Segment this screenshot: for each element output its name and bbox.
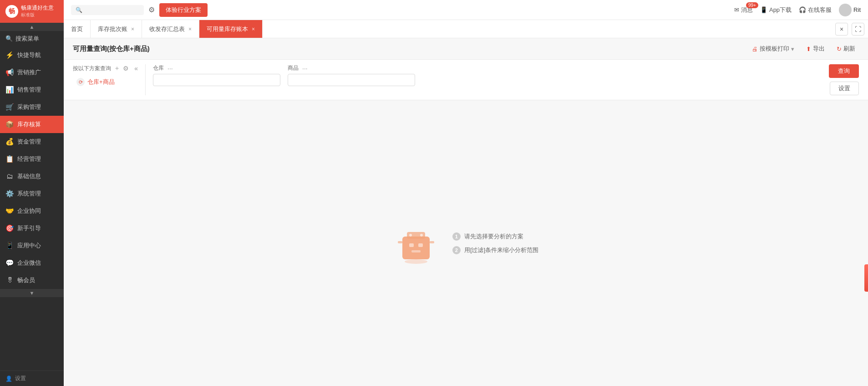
filter-fields: 仓库 ··· 商品 ··· [153, 64, 822, 95]
filter-area: 按以下方案查询 ＋ ⚙ « ⟳ 仓库+商品 仓库 ··· [64, 60, 868, 100]
message-badge: 99+ [746, 2, 758, 8]
topbar: 🔍 ⚙ 体验行业方案 ✉ 消息 99+ 📱 App下载 🎧 在线客服 Rit [64, 0, 868, 20]
scheme-item-warehouse-product[interactable]: ⟳ 仓库+商品 [73, 76, 138, 88]
sidebar-item-wechat[interactable]: 💬 企业微信 [0, 254, 64, 272]
sidebar-item-label: 经营管理 [17, 155, 41, 163]
right-scroll-indicator [864, 264, 868, 292]
sidebar-item-label: 营销推广 [17, 68, 41, 77]
tab-available-stock-close[interactable]: × [252, 26, 255, 32]
settings-btn[interactable]: 设置 [830, 82, 859, 95]
app-download-btn[interactable]: 📱 App下载 [760, 6, 792, 14]
print-btn[interactable]: 🖨 按模板打印 ▾ [748, 43, 798, 55]
export-label: 导出 [813, 45, 825, 53]
user-avatar[interactable]: Rit [839, 4, 861, 16]
settings-icon: 👤 [5, 376, 12, 382]
filter-action-buttons: 查询 设置 [822, 64, 859, 95]
print-icon: 🖨 [752, 46, 758, 52]
inventory-icon: 📦 [5, 120, 14, 129]
refresh-btn[interactable]: ↻ 刷新 [833, 43, 859, 55]
sidebar-item-basic[interactable]: 🗂 基础信息 [0, 168, 64, 185]
tip-num-1: 1 [452, 232, 461, 241]
export-btn[interactable]: ⬆ 导出 [802, 43, 828, 55]
topbar-gear-btn[interactable]: ⚙ [148, 5, 155, 14]
sidebar-item-system[interactable]: ⚙️ 系统管理 [0, 185, 64, 202]
product-input[interactable] [288, 74, 415, 86]
filter-scheme-label: 按以下方案查询 [73, 65, 111, 72]
message-btn[interactable]: ✉ 消息 99+ [734, 6, 753, 14]
topbar-search[interactable]: 🔍 [71, 5, 144, 15]
page-header: 可用量查询(按仓库+商品) 🖨 按模板打印 ▾ ⬆ 导出 ↻ 刷新 [64, 38, 868, 60]
app-download-label: App下载 [769, 6, 792, 14]
print-dropdown-icon[interactable]: ▾ [791, 46, 794, 52]
industry-solution-btn[interactable]: 体验行业方案 [159, 3, 208, 17]
topbar-right: ✉ 消息 99+ 📱 App下载 🎧 在线客服 Rit [734, 4, 861, 16]
page-title: 可用量查询(按仓库+商品) [73, 45, 150, 53]
warehouse-input[interactable] [153, 74, 280, 86]
refresh-icon: ↻ [837, 46, 842, 52]
svg-rect-7 [398, 241, 402, 243]
svg-rect-0 [402, 237, 430, 259]
tab-recv-summary-close[interactable]: × [188, 26, 192, 32]
basic-icon: 🗂 [5, 172, 14, 180]
tip-text-1: 请先选择要分析的方案 [464, 232, 523, 241]
collapse-scheme-btn[interactable]: « [134, 65, 138, 72]
sidebar: 畅 畅康通好生意 标准版 ▲ 🔍 搜索菜单 ⚡ 快捷导航 📢 营销推广 📊 销售… [0, 0, 64, 386]
product-more-btn[interactable]: ··· [302, 65, 308, 72]
search-icon: 🔍 [5, 35, 13, 42]
sidebar-item-label: 快捷导航 [17, 51, 41, 59]
sidebar-item-quick-nav[interactable]: ⚡ 快捷导航 [0, 46, 64, 64]
sidebar-item-finance[interactable]: 💰 资金管理 [0, 133, 64, 150]
tab-close-all-btn[interactable]: × [835, 23, 848, 36]
sidebar-item-newbie[interactable]: 🎯 新手引导 [0, 220, 64, 237]
tab-home[interactable]: 首页 [64, 20, 91, 38]
svg-rect-5 [418, 243, 423, 247]
tab-recv-summary[interactable]: 收发存汇总表 × [142, 20, 199, 38]
sidebar-item-marketing[interactable]: 📢 营销推广 [0, 64, 64, 81]
query-btn[interactable]: 查询 [829, 64, 859, 78]
sidebar-item-label: 新手引导 [17, 224, 41, 232]
operation-icon: 📋 [5, 155, 14, 163]
purchase-icon: 🛒 [5, 103, 14, 111]
tab-batch-account-close[interactable]: × [131, 26, 134, 32]
sidebar-item-member[interactable]: 🎖 畅会员 [0, 272, 64, 289]
sidebar-item-enterprise[interactable]: 🤝 企业协同 [0, 202, 64, 220]
scroll-down-btn[interactable]: ▼ [0, 289, 64, 297]
sidebar-item-label: 采购管理 [17, 103, 41, 111]
tab-available-stock-label: 可用量库存账本 [207, 25, 248, 33]
online-service-label: 在线客服 [808, 6, 832, 14]
warehouse-more-btn[interactable]: ··· [168, 65, 173, 72]
manage-scheme-btn[interactable]: ⚙ [123, 65, 129, 72]
svg-rect-8 [430, 241, 434, 243]
sidebar-item-operation[interactable]: 📋 经营管理 [0, 150, 64, 168]
sidebar-item-sales[interactable]: 📊 销售管理 [0, 81, 64, 98]
product-label: 商品 [288, 64, 299, 72]
empty-tip-2: 2 用[过滤]条件来缩小分析范围 [452, 246, 538, 254]
add-scheme-btn[interactable]: ＋ [114, 64, 120, 72]
sidebar-item-label: 企业协同 [17, 207, 41, 215]
sidebar-item-inventory[interactable]: 📦 库存核算 [0, 116, 64, 133]
tabbar: 首页 库存批次账 × 收发存汇总表 × 可用量库存账本 × × ⛶ [64, 20, 868, 38]
member-icon: 🎖 [5, 276, 14, 284]
sidebar-item-label: 库存核算 [17, 120, 41, 129]
tab-expand-btn[interactable]: ⛶ [852, 23, 864, 36]
export-icon: ⬆ [806, 46, 811, 52]
content-area: 1 请先选择要分析的方案 2 用[过滤]条件来缩小分析范围 [64, 100, 868, 386]
marketing-icon: 📢 [5, 68, 14, 77]
tab-batch-account-label: 库存批次账 [98, 25, 127, 33]
sidebar-item-appstore[interactable]: 📱 应用中心 [0, 237, 64, 254]
sidebar-settings[interactable]: 👤 设置 [0, 371, 64, 386]
tab-home-label: 首页 [71, 25, 83, 33]
brand-sub: 标准版 [21, 12, 54, 18]
search-menu[interactable]: 🔍 搜索菜单 [0, 31, 64, 46]
sidebar-item-purchase[interactable]: 🛒 采购管理 [0, 98, 64, 116]
tab-batch-account[interactable]: 库存批次账 × [91, 20, 142, 38]
system-icon: ⚙️ [5, 190, 14, 198]
scroll-up-btn[interactable]: ▲ [0, 23, 64, 31]
filter-field-warehouse: 仓库 ··· [153, 64, 280, 86]
tab-available-stock[interactable]: 可用量库存账本 × [199, 20, 263, 38]
avatar-img [839, 4, 852, 16]
brand-header: 畅 畅康通好生意 标准版 [0, 0, 64, 23]
online-service-btn[interactable]: 🎧 在线客服 [799, 6, 832, 14]
sidebar-item-label: 系统管理 [17, 190, 41, 198]
filter-row-1: 仓库 ··· 商品 ··· [153, 64, 822, 86]
